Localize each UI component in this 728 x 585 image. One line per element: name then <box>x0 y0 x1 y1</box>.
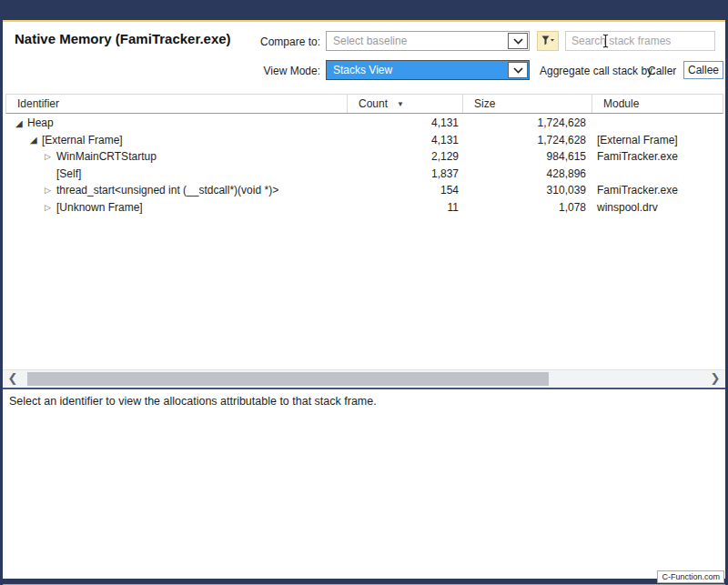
module-cell: winspool.drv <box>592 201 723 214</box>
table-row[interactable]: [Self]1,837428,896 <box>5 166 723 183</box>
expand-icon[interactable]: ▷ <box>45 152 56 161</box>
identifier-cell: ▷[Unknown Frame] <box>5 201 347 214</box>
expand-icon[interactable]: ▷ <box>45 186 56 195</box>
identifier-cell: [Self] <box>5 167 347 180</box>
table-row[interactable]: ▷thread_start<unsigned int (__stdcall*)(… <box>5 182 723 199</box>
view-mode-combobox[interactable]: Stacks View <box>326 60 530 80</box>
scroll-left-icon[interactable]: ❮ <box>5 370 21 388</box>
panel-divider[interactable] <box>3 388 725 389</box>
scrollbar-thumb[interactable] <box>27 372 549 386</box>
horizontal-scrollbar[interactable]: ❮ ❯ <box>3 369 725 387</box>
identifier-label: [External Frame] <box>42 134 123 146</box>
aggregate-label: Aggregate call stack by: <box>540 65 655 77</box>
column-header-count[interactable]: Count ▼ <box>348 95 463 113</box>
collapse-icon[interactable]: ◢ <box>15 118 27 128</box>
size-cell: 1,724,628 <box>462 134 592 146</box>
caller-option[interactable]: Caller <box>648 65 676 77</box>
tree-rows: ◢Heap4,1311,724,628◢[External Frame]4,13… <box>5 115 723 216</box>
chevron-down-icon[interactable] <box>508 62 528 78</box>
count-cell: 154 <box>347 184 462 197</box>
identifier-cell: ◢Heap <box>5 116 347 129</box>
count-cell: 11 <box>347 201 462 214</box>
view-mode-value: Stacks View <box>333 64 392 76</box>
identifier-label: Heap <box>27 116 54 129</box>
search-frames-box[interactable] <box>565 31 715 51</box>
table-row[interactable]: ◢[External Frame]4,1311,724,628[External… <box>5 132 723 149</box>
compare-baseline-value: Select baseline <box>333 35 407 47</box>
dropdown-arrow-icon <box>551 39 554 42</box>
count-cell: 1,837 <box>347 167 462 180</box>
table-header: Identifier Count ▼ Size Module <box>5 94 723 114</box>
callee-option[interactable]: Callee <box>683 61 723 79</box>
column-header-identifier[interactable]: Identifier <box>6 95 348 113</box>
module-cell: FamiTracker.exe <box>592 150 723 163</box>
module-cell: [External Frame] <box>592 134 723 146</box>
profiler-window: Snapshot #1 Heap F...Tracker.exe (2.50s)… <box>0 0 728 585</box>
size-cell: 428,896 <box>462 167 592 180</box>
identifier-cell: ▷thread_start<unsigned int (__stdcall*)(… <box>5 184 347 197</box>
chevron-down-icon[interactable] <box>508 33 528 49</box>
funnel-icon <box>541 36 549 45</box>
identifier-cell: ▷WinMainCRTStartup <box>5 150 347 163</box>
view-mode-label: View Mode: <box>218 65 320 77</box>
watermark: C-Function.com <box>657 570 724 583</box>
active-tab-underline <box>0 20 728 22</box>
identifier-label: WinMainCRTStartup <box>56 150 157 163</box>
size-cell: 1,078 <box>462 201 592 214</box>
count-cell: 4,131 <box>347 134 462 146</box>
search-input[interactable] <box>566 32 714 50</box>
table-row[interactable]: ▷[Unknown Frame]111,078winspool.drv <box>5 199 723 217</box>
collapse-icon[interactable]: ◢ <box>30 135 42 145</box>
page-title: Native Memory (FamiTracker.exe) <box>15 31 231 46</box>
expand-icon[interactable]: ▷ <box>45 203 56 212</box>
identifier-label: [Self] <box>56 167 81 180</box>
window-border-left <box>0 0 3 585</box>
status-hint: Select an identifier to view the allocat… <box>9 395 377 408</box>
identifier-cell: ◢[External Frame] <box>5 134 347 146</box>
compare-to-label: Compare to: <box>218 35 320 48</box>
compare-baseline-combobox[interactable]: Select baseline <box>326 31 530 51</box>
size-cell: 310,039 <box>462 184 592 197</box>
sort-descending-icon: ▼ <box>397 100 404 108</box>
table-row[interactable]: ◢Heap4,1311,724,628 <box>5 115 723 132</box>
count-cell: 4,131 <box>347 116 462 129</box>
identifier-label: [Unknown Frame] <box>56 201 143 214</box>
identifier-label: thread_start<unsigned int (__stdcall*)(v… <box>56 184 278 197</box>
size-cell: 1,724,628 <box>462 116 592 129</box>
tab-strip <box>0 0 728 20</box>
size-cell: 984,615 <box>462 150 592 163</box>
module-cell: FamiTracker.exe <box>592 184 723 197</box>
count-cell: 2,129 <box>347 150 462 163</box>
filter-button[interactable] <box>537 31 559 51</box>
table-row[interactable]: ▷WinMainCRTStartup2,129984,615FamiTracke… <box>5 148 723 166</box>
column-header-module[interactable]: Module <box>592 95 723 113</box>
scroll-right-icon[interactable]: ❯ <box>707 370 723 388</box>
column-header-size[interactable]: Size <box>463 95 592 113</box>
